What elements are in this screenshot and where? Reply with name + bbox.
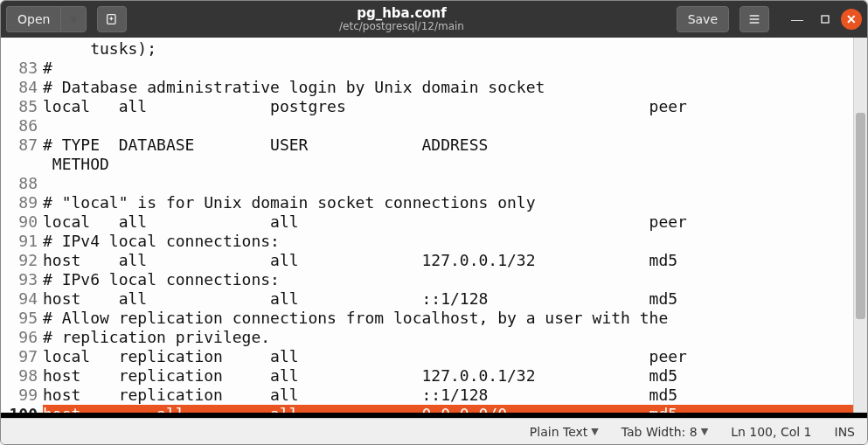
- code-line[interactable]: tusks);: [43, 39, 853, 59]
- maximize-button[interactable]: [813, 7, 837, 31]
- code-line[interactable]: host all all 0.0.0.0/0 md5: [43, 405, 853, 413]
- scrollbar-thumb[interactable]: [856, 113, 865, 319]
- chevron-down-icon: ▼: [701, 426, 708, 437]
- open-button[interactable]: Open: [6, 6, 60, 32]
- minimize-icon: —: [791, 12, 803, 26]
- code-line[interactable]: host all all 127.0.0.1/32 md5: [43, 251, 853, 270]
- status-bar: Plain Text ▼ Tab Width: 8 ▼ Ln 100, Col …: [1, 418, 867, 444]
- code-line[interactable]: # Database administrative login by Unix …: [43, 78, 853, 97]
- code-line[interactable]: local replication all peer: [43, 347, 853, 366]
- code-line[interactable]: host replication all ::1/128 md5: [43, 386, 853, 405]
- header-bar: Open ▼ pg_hba.conf /etc/postgresql/12/ma…: [1, 1, 867, 38]
- editor-area: 8384858687888990919293949596979899100 tu…: [1, 38, 867, 413]
- svg-rect-6: [822, 16, 829, 23]
- code-line[interactable]: #: [43, 59, 853, 78]
- document-path: /etc/postgresql/12/main: [130, 21, 672, 32]
- code-line[interactable]: # TYPE DATABASE USER ADDRESS: [43, 136, 853, 155]
- save-button[interactable]: Save: [677, 6, 729, 32]
- minimize-button[interactable]: —: [785, 7, 809, 31]
- code-line[interactable]: # IPv4 local connections:: [43, 232, 853, 251]
- code-line[interactable]: local all all peer: [43, 212, 853, 232]
- code-line[interactable]: # Allow replication connections from loc…: [43, 309, 853, 328]
- chevron-down-icon: ▼: [70, 14, 77, 25]
- code-line[interactable]: # replication privilege.: [43, 328, 853, 347]
- title-area: pg_hba.conf /etc/postgresql/12/main: [130, 6, 672, 32]
- new-tab-button[interactable]: [97, 6, 127, 32]
- code-line[interactable]: # "local" is for Unix domain socket conn…: [43, 193, 853, 212]
- open-button-group: Open ▼: [6, 6, 87, 32]
- document-title: pg_hba.conf: [130, 6, 672, 21]
- code-line[interactable]: [43, 116, 853, 136]
- code-line[interactable]: # IPv6 local connections:: [43, 270, 853, 289]
- code-line[interactable]: local all postgres peer: [43, 97, 853, 116]
- syntax-mode-label: Plain Text: [530, 425, 587, 439]
- new-tab-icon: [105, 12, 119, 26]
- line-number-gutter: 8384858687888990919293949596979899100: [1, 38, 43, 413]
- editor-window: Open ▼ pg_hba.conf /etc/postgresql/12/ma…: [0, 0, 868, 445]
- hamburger-menu-button[interactable]: [740, 6, 769, 32]
- syntax-mode-selector[interactable]: Plain Text ▼: [530, 425, 599, 439]
- tab-width-selector[interactable]: Tab Width: 8 ▼: [621, 425, 708, 439]
- hamburger-icon: [747, 12, 761, 26]
- chevron-down-icon: ▼: [591, 426, 598, 437]
- close-icon: ✕: [846, 12, 857, 26]
- cursor-position-label: Ln 100, Col 1: [731, 425, 811, 439]
- text-view[interactable]: tusks);## Database administrative login …: [43, 38, 853, 413]
- insert-mode-toggle[interactable]: INS: [835, 425, 856, 439]
- code-line[interactable]: host all all ::1/128 md5: [43, 289, 853, 309]
- close-button[interactable]: ✕: [841, 9, 862, 30]
- code-line[interactable]: host replication all 127.0.0.1/32 md5: [43, 366, 853, 386]
- tab-width-label: Tab Width: 8: [621, 425, 698, 439]
- insert-mode-label: INS: [835, 425, 856, 439]
- code-line[interactable]: METHOD: [43, 155, 853, 174]
- vertical-scrollbar[interactable]: [853, 38, 867, 413]
- open-recent-dropdown[interactable]: ▼: [60, 6, 87, 32]
- cursor-position[interactable]: Ln 100, Col 1: [731, 425, 811, 439]
- maximize-icon: [818, 12, 832, 26]
- code-line[interactable]: [43, 174, 853, 193]
